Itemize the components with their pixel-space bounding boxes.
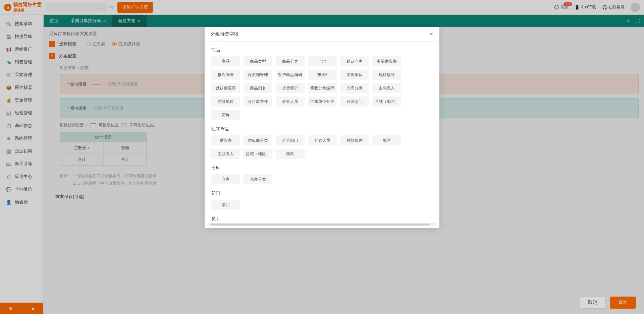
field-chip[interactable]: 商品类型 (244, 56, 272, 66)
field-chip[interactable]: 仓库分类 (244, 174, 272, 184)
field-section-title: 往来单位 (211, 126, 433, 132)
field-chip[interactable]: 部门 (211, 200, 240, 210)
field-grid: 部门 (211, 200, 433, 210)
modal-body: 商品商品商品类型商品分类产地默认仓库主要供应商批次管理保质期管理客户商品编码重量… (205, 42, 439, 223)
field-chip[interactable]: 主联系人 (372, 83, 401, 93)
field-chip[interactable]: 收付款条件 (244, 97, 272, 107)
field-chip[interactable]: 保质期管理 (244, 70, 272, 80)
field-chip[interactable]: 商品 (211, 56, 240, 66)
field-section-4: 员工业务员 (211, 216, 433, 223)
field-chip[interactable]: 区域（地区） (372, 97, 401, 107)
field-chip[interactable]: 分管人员 (308, 135, 337, 145)
field-section-title: 部门 (211, 190, 433, 196)
field-chip[interactable]: 地区 (372, 135, 401, 145)
modal-header: 分组待选字段 ✕ (205, 27, 439, 42)
field-section-1: 往来单位供应商供应商分类分管部门分管人员付款条件地区主联系人区域（地区）简称 (211, 126, 433, 159)
field-section-title: 员工 (211, 216, 433, 222)
field-section-0: 商品商品商品类型商品分类产地默认仓库主要供应商批次管理保质期管理客户商品编码重量… (211, 47, 433, 120)
field-grid: 供应商供应商分类分管部门分管人员付款条件地区主联系人区域（地区）简称 (211, 135, 433, 159)
field-chip[interactable]: 默认仓库 (340, 56, 369, 66)
field-chip[interactable]: 区域（地区） (244, 149, 272, 159)
field-chip[interactable]: 批次管理 (211, 70, 240, 80)
field-grid: 商品商品类型商品分类产地默认仓库主要供应商批次管理保质期管理客户商品编码重量3零… (211, 56, 433, 120)
field-section-title: 仓库 (211, 165, 433, 171)
field-chip[interactable]: 往来单位分类 (308, 97, 337, 107)
field-chip[interactable]: 产地 (308, 56, 337, 66)
field-chip[interactable]: 税收分类编码 (308, 83, 337, 93)
field-chip[interactable]: 仓库 (211, 174, 240, 184)
field-chip[interactable]: 简称 (211, 110, 240, 120)
field-chip[interactable]: 商品别名 (244, 83, 272, 93)
field-chip[interactable]: 主联系人 (211, 149, 240, 159)
field-chip[interactable]: 分管部门 (276, 135, 305, 145)
field-chip[interactable]: 分管人员 (276, 97, 305, 107)
field-chip[interactable]: 主要供应商 (372, 56, 401, 66)
field-selector-modal: 分组待选字段 ✕ 商品商品商品类型商品分类产地默认仓库主要供应商批次管理保质期管… (205, 27, 439, 228)
field-chip[interactable]: 商品分类 (276, 56, 305, 66)
modal-title: 分组待选字段 (211, 31, 239, 37)
field-grid: 仓库仓库分类 (211, 174, 433, 184)
modal-h-scrollbar[interactable] (207, 223, 437, 226)
modal-overlay[interactable]: 分组待选字段 ✕ 商品商品商品类型商品分类产地默认仓库主要供应商批次管理保质期管… (0, 0, 644, 314)
field-chip[interactable]: 重量3 (308, 70, 337, 80)
field-chip[interactable]: 分管部门 (340, 97, 369, 107)
field-chip[interactable]: 供应商分类 (244, 135, 272, 145)
field-chip[interactable]: 默认供应商 (211, 83, 240, 93)
close-icon[interactable]: ✕ (429, 31, 433, 37)
field-section-title: 商品 (211, 47, 433, 53)
field-chip[interactable]: 客户商品编码 (276, 70, 305, 80)
field-chip[interactable]: 简称 (276, 149, 305, 159)
field-chip[interactable]: 仓库分类 (340, 83, 369, 93)
field-section-3: 部门部门 (211, 190, 433, 210)
field-chip[interactable]: 结算单位 (211, 97, 240, 107)
field-chip[interactable]: 规格型号 (372, 70, 401, 80)
field-chip[interactable]: 零售单位 (340, 70, 369, 80)
field-chip[interactable]: 付款条件 (340, 135, 369, 145)
field-chip[interactable]: 供应商 (211, 135, 240, 145)
field-section-2: 仓库仓库仓库分类 (211, 165, 433, 184)
field-chip[interactable]: 拣货积分 (276, 83, 305, 93)
